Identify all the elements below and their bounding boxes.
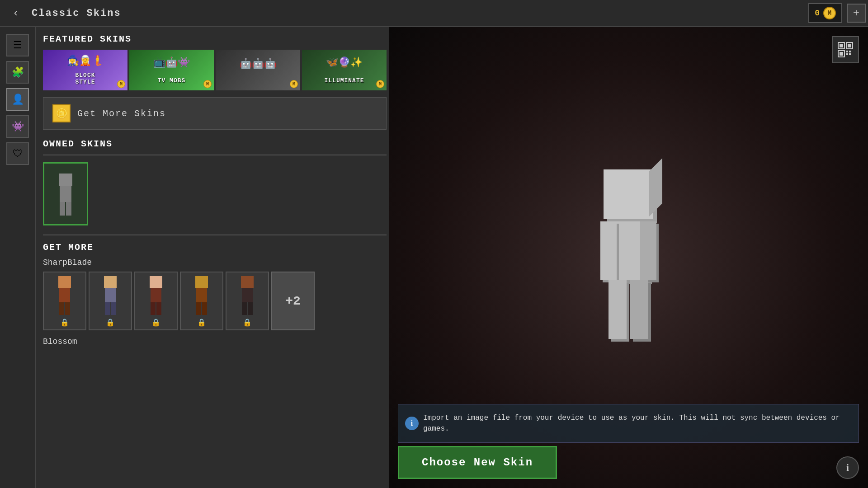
svg-rect-1	[840, 44, 843, 47]
skin-head-2	[104, 276, 117, 288]
page-title: Classic Skins	[32, 8, 121, 19]
sharpblade-skin-1[interactable]: 🔒	[43, 272, 86, 330]
featured-grid: 🧙‍♀️🧝🧜 BLOCKSTYLE M 📺🤖👾 TV MOBS M 🤖🤖🤖 M	[43, 50, 387, 90]
skin-body-3	[151, 288, 161, 302]
sharpblade-skin-5[interactable]: 🔒	[226, 272, 269, 330]
qr-button[interactable]	[832, 36, 859, 63]
featured-chars-4: 🦋🔮✨	[326, 56, 363, 69]
skin-leg-l-3	[151, 302, 156, 315]
mc-right-leg	[630, 280, 648, 339]
skin-body-5	[242, 288, 253, 302]
skin-legs-5	[231, 302, 263, 315]
svg-rect-5	[840, 52, 843, 56]
coin-icon: M	[823, 7, 836, 19]
sidebar-character-icon[interactable]: 👤	[6, 88, 29, 111]
top-bar: ‹ Classic Skins 0 M +	[0, 0, 868, 27]
featured-chars-3: 🤖🤖🤖	[240, 58, 276, 70]
blossom-title: Blossom	[43, 337, 387, 346]
sidebar-puzzle-icon[interactable]: 🧩	[6, 61, 29, 84]
lock-icon-3: 🔒	[151, 318, 160, 327]
character-preview	[565, 145, 692, 361]
featured-item-block-style[interactable]: 🧙‍♀️🧝🧜 BLOCKSTYLE M	[43, 50, 127, 90]
steve-body	[60, 186, 71, 202]
preview-panel: i Import an image file from your device …	[389, 27, 868, 488]
get-more-skins-button[interactable]: 🪙 Get More Skins	[43, 97, 387, 130]
featured-label-1: BLOCKSTYLE	[75, 72, 95, 85]
featured-item-illuminate[interactable]: 🦋🔮✨ ILLUMINATE M	[302, 50, 387, 90]
featured-item-robots[interactable]: 🤖🤖🤖 M	[216, 50, 300, 90]
coin-badge-4: M	[376, 80, 384, 88]
skin-head-4	[195, 276, 208, 288]
mc-character	[583, 169, 674, 337]
skin-body-1	[59, 288, 70, 302]
sidebar-menu-icon[interactable]: ☰	[6, 34, 29, 56]
mc-left-arm	[600, 221, 617, 280]
get-more-text: Get More Skins	[77, 108, 166, 119]
scroll-area[interactable]: FEATURED SKINS 🧙‍♀️🧝🧜 BLOCKSTYLE M 📺🤖👾 T…	[36, 27, 389, 488]
skin-leg-r-4	[202, 302, 207, 315]
more-count-text: +2	[285, 294, 301, 308]
skin-legs-3	[140, 302, 172, 315]
featured-label-4: ILLUMINATE	[324, 77, 364, 84]
skin-leg-r-5	[248, 302, 253, 315]
sidebar: ☰ 🧩 👤 👾 🛡	[0, 27, 36, 488]
sharpblade-more[interactable]: +2	[271, 272, 315, 330]
lock-icon-4: 🔒	[197, 318, 206, 327]
divider-2	[43, 235, 387, 235]
skin-leg-l-5	[242, 302, 247, 315]
back-button[interactable]: ‹	[5, 2, 27, 24]
mc-head	[604, 169, 653, 219]
skin-leg-r-2	[111, 302, 116, 315]
sharpblade-skin-4[interactable]: 🔒	[180, 272, 223, 330]
svg-rect-3	[848, 44, 851, 47]
skin-leg-l-4	[196, 302, 201, 315]
choose-new-skin-button[interactable]: Choose New Skin	[398, 446, 557, 479]
info-icon: i	[405, 417, 419, 430]
divider-1	[43, 155, 387, 155]
steve-preview	[52, 174, 79, 214]
steve-legs	[52, 202, 79, 216]
skin-body-2	[105, 288, 116, 302]
skin-head-3	[150, 276, 162, 288]
skin-body-4	[196, 288, 207, 302]
get-more-icon: 🪙	[52, 104, 71, 122]
coin-badge-1: M	[117, 80, 125, 88]
owned-skin-slot-1[interactable]	[43, 162, 88, 225]
skin-legs-4	[186, 302, 217, 315]
sharpblade-skin-3[interactable]: 🔒	[134, 272, 178, 330]
skin-head-5	[241, 276, 254, 288]
steve-head	[59, 174, 72, 186]
featured-overlay-4: 🦋🔮✨ ILLUMINATE	[302, 50, 387, 90]
featured-title: FEATURED SKINS	[43, 34, 387, 44]
skin-leg-l-1	[59, 302, 64, 315]
sidebar-shield-icon[interactable]: 🛡	[6, 142, 29, 165]
info-circle-button[interactable]: i	[836, 456, 859, 479]
svg-rect-8	[846, 53, 848, 55]
main-content: FEATURED SKINS 🧙‍♀️🧝🧜 BLOCKSTYLE M 📺🤖👾 T…	[36, 27, 389, 488]
lock-icon-1: 🔒	[60, 318, 69, 327]
sidebar-creature-icon[interactable]: 👾	[6, 115, 29, 138]
add-coins-button[interactable]: +	[847, 4, 866, 23]
skin-leg-r-1	[65, 302, 70, 315]
info-box: i Import an image file from your device …	[398, 404, 859, 443]
skin-head-1	[58, 276, 71, 288]
coin-amount: 0	[815, 9, 820, 18]
qr-icon-svg	[837, 42, 854, 58]
coins-display: 0 M	[808, 3, 842, 23]
featured-chars-1: 🧙‍♀️🧝🧜	[67, 55, 104, 67]
featured-overlay-3: 🤖🤖🤖	[216, 50, 300, 90]
steve-leg-l	[60, 202, 65, 216]
owned-skins-title: OWNED SKINS	[43, 139, 387, 149]
sharpblade-title: SharpBlade	[43, 258, 387, 267]
coin-badge-2: M	[203, 80, 212, 88]
skin-legs-2	[94, 302, 126, 315]
mc-left-leg	[609, 280, 627, 339]
sharpblade-skin-2[interactable]: 🔒	[89, 272, 132, 330]
featured-item-tv-mobs[interactable]: 📺🤖👾 TV MOBS M	[129, 50, 214, 90]
get-more-section-title: GET MORE	[43, 242, 387, 253]
featured-overlay-2: 📺🤖👾 TV MOBS	[129, 50, 214, 90]
featured-chars-2: 📺🤖👾	[153, 56, 190, 69]
info-circle-label: i	[846, 463, 849, 473]
blossom-section: Blossom	[43, 337, 387, 346]
sharpblade-grid: 🔒 🔒	[43, 272, 387, 330]
